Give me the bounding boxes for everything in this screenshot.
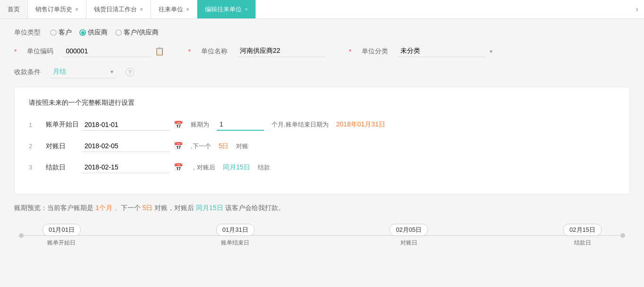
preview-label: 账期预览：当前客户账期是 — [14, 204, 93, 211]
period-name-2: 对账日 — [46, 142, 74, 151]
timeline: 01月01日 账单开始日 01月31日 账单结束日 02月05日 对账日 02月… — [19, 224, 625, 247]
payment-help-icon[interactable]: ? — [126, 68, 134, 76]
unit-name-input[interactable] — [237, 45, 325, 57]
preview-highlight-1: 1个月， — [95, 204, 119, 211]
radio-both-circle — [115, 29, 122, 36]
unit-code-icon[interactable]: 📋 — [155, 47, 164, 56]
radio-customer[interactable]: 客户 — [50, 28, 72, 37]
period-date-2-calendar-icon[interactable]: 📅 — [174, 142, 183, 151]
unit-code-label: 单位编码 — [27, 47, 53, 56]
timeline-body: 01月01日 账单开始日 01月31日 账单结束日 02月05日 对账日 02月… — [24, 224, 620, 247]
unit-info-row: * 单位编码 📋 * 单位名称 * 单位分类 ▾ — [14, 45, 630, 57]
unit-type-label: 单位类型 — [14, 28, 41, 37]
timeline-items: 01月01日 账单开始日 01月31日 账单结束日 02月05日 对账日 02月… — [24, 224, 620, 247]
period-desc-1-suffix: 个月,账单结束日期为 — [271, 120, 329, 129]
period-date-3-input[interactable] — [82, 161, 170, 173]
period-name-1: 账单开始日 — [46, 120, 74, 129]
unit-classify-select[interactable]: ▾ — [398, 45, 492, 57]
timeline-bubble-1: 01月01日 — [42, 224, 81, 236]
payment-value: 月结 — [53, 68, 109, 76]
radio-customer-circle — [50, 29, 57, 36]
tab-partner[interactable]: 往来单位 × — [151, 0, 197, 18]
preview-section: 账期预览：当前客户账期是 1个月， 下一个 5日 对账，对账后 同月15日 该客… — [14, 204, 630, 212]
preview-highlight-2: 5日 — [142, 204, 153, 211]
period-desc-2-suffix: 对账 — [236, 142, 248, 151]
period-date-2-field: 📅 — [82, 140, 183, 152]
period-desc-3-suffix: 结款 — [258, 163, 270, 172]
period-num-2: 2 — [29, 143, 38, 150]
period-name-3: 结款日 — [46, 163, 74, 172]
unit-classify-input[interactable] — [398, 45, 486, 57]
required-name: * — [188, 48, 190, 55]
unit-code-input[interactable] — [63, 45, 151, 57]
required-code: * — [14, 48, 17, 55]
unit-type-row: 单位类型 客户 供应商 客户/供应商 — [14, 28, 630, 37]
timeline-left-dot — [19, 233, 24, 238]
months-input[interactable] — [217, 118, 264, 131]
radio-both[interactable]: 客户/供应商 — [115, 28, 159, 37]
unit-classify-label: 单位分类 — [362, 47, 388, 56]
payment-chevron-icon: ▾ — [110, 68, 113, 75]
main-content: 单位类型 客户 供应商 客户/供应商 * 单位编码 📋 * 单位名称 * — [0, 19, 644, 287]
tab-home[interactable]: 首页 — [0, 0, 28, 18]
period-num-3: 3 — [29, 164, 38, 171]
timeline-right-dot — [620, 233, 625, 238]
period-row-1: 1 账单开始日 📅 账期为 个月,账单结束日期为 2018年01月31日 — [29, 118, 615, 131]
timeline-label-4: 结款日 — [574, 239, 591, 247]
close-cash-work[interactable]: × — [140, 6, 143, 13]
period-desc-3-prefix: ，对账后 — [191, 163, 215, 172]
timeline-label-3: 对账日 — [400, 239, 417, 247]
timeline-label-1: 账单开始日 — [47, 239, 76, 247]
preview-text-1: 下一个 — [121, 204, 141, 211]
period-row-2: 2 对账日 📅 ,下一个 5日 对账 — [29, 140, 615, 152]
close-edit-partner[interactable]: × — [245, 6, 248, 13]
timeline-item-1: 01月01日 账单开始日 — [42, 224, 81, 247]
period-date-1-input[interactable] — [82, 119, 170, 131]
timeline-item-3: 02月05日 对账日 — [390, 224, 428, 247]
period-num-1: 1 — [29, 121, 38, 128]
period-desc-2-prefix: ,下一个 — [191, 142, 211, 151]
timeline-bubble-3: 02月05日 — [390, 224, 428, 236]
tab-bar: 首页 销售订单历史 × 钱货日清工作台 × 往来单位 × 编辑往来单位 × › — [0, 0, 644, 19]
period-date-1-calendar-icon[interactable]: 📅 — [174, 120, 183, 129]
period-date-3-calendar-icon[interactable]: 📅 — [174, 163, 183, 172]
radio-supplier[interactable]: 供应商 — [79, 28, 108, 37]
period-highlight-2: 5日 — [219, 142, 229, 151]
tab-cash-work[interactable]: 钱货日清工作台 × — [86, 0, 151, 18]
timeline-item-4: 02月15日 结款日 — [563, 224, 602, 247]
payment-label: 收款条件 — [14, 68, 41, 76]
period-date-2-input[interactable] — [82, 140, 170, 152]
period-desc-1-before: 账期为 — [191, 120, 209, 129]
classify-chevron-icon: ▾ — [490, 48, 492, 55]
payment-row: 收款条件 月结 ▾ ? — [14, 66, 630, 78]
tab-edit-partner[interactable]: 编辑往来单位 × — [197, 0, 256, 18]
period-date-3-field: 📅 — [82, 161, 183, 173]
period-title: 请按照未来的一个完整帐期进行设置 — [29, 99, 615, 107]
period-row-3: 3 结款日 📅 ，对账后 同月15日 结款 — [29, 161, 615, 173]
unit-code-field: 📋 — [63, 45, 164, 57]
payment-select[interactable]: 月结 ▾ — [50, 66, 116, 78]
period-card: 请按照未来的一个完整帐期进行设置 1 账单开始日 📅 账期为 个月,账单结束日期… — [14, 87, 630, 194]
close-partner[interactable]: × — [186, 6, 189, 13]
preview-text-3: 该客户会给我打款。 — [225, 204, 285, 211]
timeline-item-2: 01月31日 账单结束日 — [216, 224, 254, 247]
tab-expand-button[interactable]: › — [630, 0, 644, 18]
unit-type-radio-group: 客户 供应商 客户/供应商 — [50, 28, 159, 37]
preview-highlight-3: 同月15日 — [196, 204, 223, 211]
timeline-label-2: 账单结束日 — [221, 239, 249, 247]
period-highlight-3: 同月15日 — [223, 163, 250, 172]
timeline-bubble-2: 01月31日 — [216, 224, 254, 236]
period-end-date-1-highlight: 2018年01月31日 — [336, 120, 385, 129]
close-sales-history[interactable]: × — [75, 6, 78, 13]
preview-text-2: 对账，对账后 — [154, 204, 194, 211]
timeline-bubble-4: 02月15日 — [563, 224, 602, 236]
unit-name-label: 单位名称 — [201, 47, 228, 56]
timeline-wrapper: 01月01日 账单开始日 01月31日 账单结束日 02月05日 对账日 02月… — [14, 224, 630, 247]
period-date-1-field: 📅 — [82, 119, 183, 131]
radio-supplier-circle — [79, 29, 86, 36]
required-classify: * — [349, 48, 351, 55]
tab-sales-history[interactable]: 销售订单历史 × — [28, 0, 86, 18]
